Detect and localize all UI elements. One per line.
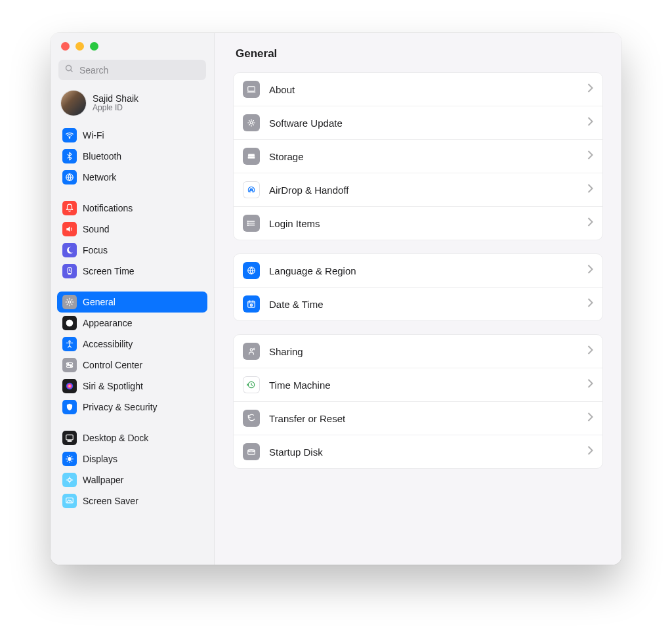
settings-row-timemachine[interactable]: Time Machine bbox=[234, 368, 602, 401]
svg-point-25 bbox=[247, 221, 248, 222]
sidebar-item-notifications[interactable]: Notifications bbox=[57, 198, 207, 219]
settings-row-airdrop[interactable]: AirDrop & Handoff bbox=[234, 173, 602, 206]
sidebar-item-sound[interactable]: Sound bbox=[57, 219, 207, 240]
fullscreen-window-button[interactable] bbox=[90, 42, 98, 51]
wallpaper-icon bbox=[62, 473, 77, 487]
row-label: Startup Disk bbox=[269, 446, 578, 458]
sidebar-item-label: Appearance bbox=[83, 318, 133, 328]
chevron-right-icon bbox=[587, 298, 593, 310]
sidebar-item-accessibility[interactable]: Accessibility bbox=[57, 334, 207, 355]
chevron-right-icon bbox=[587, 446, 593, 458]
timemachine-icon bbox=[243, 376, 260, 393]
sidebar-item-label: Siri & Spotlight bbox=[83, 381, 143, 391]
chevron-right-icon bbox=[587, 379, 593, 391]
sidebar-item-privacy[interactable]: Privacy & Security bbox=[57, 397, 207, 418]
sidebar-item-wifi[interactable]: Wi-Fi bbox=[57, 125, 207, 146]
sidebar-item-wallpaper[interactable]: Wallpaper bbox=[57, 469, 207, 490]
sidebar-item-label: General bbox=[83, 297, 116, 307]
content: AboutSoftware UpdateStorageAirDrop & Han… bbox=[233, 72, 603, 482]
chevron-right-icon bbox=[587, 184, 593, 196]
row-label: AirDrop & Handoff bbox=[269, 184, 578, 196]
apple-id-row[interactable]: Sajid Shaik Apple ID bbox=[57, 87, 207, 125]
sidebar-item-appearance[interactable]: Appearance bbox=[57, 313, 207, 334]
settings-row-datetime[interactable]: Date & Time bbox=[234, 287, 602, 320]
svg-rect-18 bbox=[248, 87, 255, 91]
account-name: Sajid Shaik bbox=[93, 93, 138, 104]
settings-window: Sajid Shaik Apple ID Wi-FiBluetoothNetwo… bbox=[51, 33, 621, 565]
svg-point-0 bbox=[66, 66, 72, 71]
sidebar-item-label: Wallpaper bbox=[83, 475, 124, 485]
notifications-icon bbox=[62, 201, 77, 215]
chevron-right-icon bbox=[587, 117, 593, 129]
settings-row-about[interactable]: About bbox=[234, 73, 602, 106]
bluetooth-icon bbox=[62, 149, 77, 163]
sidebar-item-label: Bluetooth bbox=[83, 151, 121, 162]
chevron-right-icon bbox=[587, 265, 593, 276]
svg-point-12 bbox=[66, 383, 74, 390]
svg-line-1 bbox=[71, 70, 73, 72]
settings-row-storage[interactable]: Storage bbox=[234, 139, 602, 173]
sound-icon bbox=[62, 222, 77, 236]
sidebar-item-label: Wi-Fi bbox=[83, 130, 104, 141]
settings-row-swupdate[interactable]: Software Update bbox=[234, 106, 602, 139]
sidebar-item-label: Network bbox=[83, 172, 116, 183]
account-sub: Apple ID bbox=[93, 104, 138, 113]
sidebar-item-label: Screen Saver bbox=[83, 496, 138, 506]
row-label: Login Items bbox=[269, 218, 578, 229]
sidebar-item-controlcenter[interactable]: Control Center bbox=[57, 355, 207, 376]
svg-rect-14 bbox=[68, 441, 72, 441]
swupdate-icon bbox=[243, 114, 260, 131]
sidebar-item-network[interactable]: Network bbox=[57, 167, 207, 188]
minimize-window-button[interactable] bbox=[75, 42, 84, 51]
chevron-right-icon bbox=[587, 412, 593, 424]
sidebar-item-label: Sound bbox=[83, 224, 109, 234]
svg-point-19 bbox=[250, 121, 253, 124]
airdrop-icon bbox=[243, 181, 260, 198]
privacy-icon bbox=[62, 400, 77, 414]
search-icon bbox=[64, 64, 74, 76]
focus-icon bbox=[62, 243, 77, 257]
settings-row-startupdisk[interactable]: Startup Disk bbox=[234, 435, 602, 468]
sidebar-item-label: Displays bbox=[83, 454, 117, 464]
settings-row-loginitems[interactable]: Login Items bbox=[234, 206, 602, 240]
sidebar-item-siri[interactable]: Siri & Spotlight bbox=[57, 376, 207, 397]
sidebar-item-displays[interactable]: Displays bbox=[57, 448, 207, 469]
sidebar-item-bluetooth[interactable]: Bluetooth bbox=[57, 146, 207, 167]
about-icon bbox=[243, 81, 260, 98]
datetime-icon bbox=[243, 295, 260, 313]
sidebar-item-desktopdock[interactable]: Desktop & Dock bbox=[57, 427, 207, 448]
svg-point-26 bbox=[247, 223, 248, 223]
close-window-button[interactable] bbox=[61, 42, 70, 51]
wifi-icon bbox=[62, 128, 77, 142]
sidebar: Sajid Shaik Apple ID Wi-FiBluetoothNetwo… bbox=[51, 33, 215, 565]
sidebar-item-focus[interactable]: Focus bbox=[57, 240, 207, 261]
screentime-icon bbox=[62, 264, 77, 278]
network-icon bbox=[62, 170, 77, 184]
svg-point-11 bbox=[70, 366, 72, 367]
general-icon bbox=[62, 295, 77, 309]
search-field[interactable] bbox=[58, 60, 206, 80]
sidebar-item-screensaver[interactable]: Screen Saver bbox=[57, 490, 207, 511]
sidebar-item-label: Accessibility bbox=[83, 339, 133, 349]
svg-point-7 bbox=[69, 341, 70, 342]
transfer-icon bbox=[243, 410, 260, 427]
row-label: Software Update bbox=[269, 118, 578, 129]
settings-row-sharing[interactable]: Sharing bbox=[234, 335, 602, 368]
loginitems-icon bbox=[243, 215, 260, 232]
row-label: Date & Time bbox=[269, 299, 578, 310]
search-input[interactable] bbox=[78, 64, 200, 76]
storage-icon bbox=[243, 148, 260, 165]
sharing-icon bbox=[243, 343, 260, 360]
language-icon bbox=[243, 262, 260, 279]
accessibility-icon bbox=[62, 337, 77, 351]
sidebar-item-screentime[interactable]: Screen Time bbox=[57, 261, 207, 282]
sidebar-item-label: Privacy & Security bbox=[83, 402, 158, 412]
chevron-right-icon bbox=[587, 345, 593, 357]
appearance-icon bbox=[62, 316, 77, 330]
row-label: Storage bbox=[269, 151, 578, 162]
screensaver-icon bbox=[62, 494, 77, 508]
svg-point-2 bbox=[69, 137, 70, 138]
settings-row-language[interactable]: Language & Region bbox=[234, 254, 602, 287]
sidebar-item-general[interactable]: General bbox=[57, 292, 207, 313]
settings-row-transfer[interactable]: Transfer or Reset bbox=[234, 401, 602, 435]
